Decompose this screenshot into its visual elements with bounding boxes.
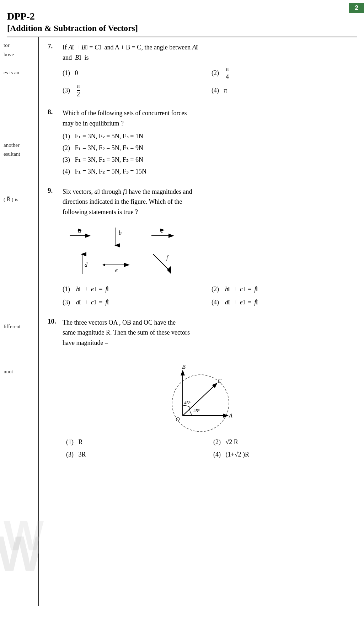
q7-opt4: (4) π (212, 83, 353, 98)
svg-text:W: W (0, 526, 39, 581)
svg-text:45°: 45° (193, 408, 200, 413)
page-header: DPP-2 [Addition & Subtraction of Vectors… (0, 0, 364, 37)
q9-options: (1) b⃗ + e⃗ = f⃗ (2) b⃗ + c⃗ = f⃗ (3) d⃗… (63, 284, 353, 308)
q7-opt3: (3) π 2 (63, 83, 204, 98)
q10-circle-diagram: A B C O 45° 45° (48, 352, 353, 433)
q10-text: The three vectors OA , OB and OC have th… (63, 318, 353, 348)
q10-options: (1) R (2) √2 R (3) 3R (4) (1+√2 )R (66, 437, 353, 460)
q8-opt3: (3) F₁ = 3N, F₂ = 5N, F₃ = 6N (63, 155, 353, 165)
q10-opt4: (4) (1+√2 )R (213, 449, 353, 460)
svg-line-15 (153, 254, 171, 272)
q10-diagram-svg: A B C O 45° 45° (154, 352, 247, 433)
q9-opt1: (1) b⃗ + e⃗ = f⃗ (63, 284, 204, 294)
subtitle: [Addition & Subtraction of Vectors] (7, 23, 357, 33)
q8-options: (1) F₁ = 3N, F₂ = 5N, F₃ = 1N (2) F₁ = 3… (63, 131, 353, 176)
svg-text:A: A (229, 412, 232, 418)
question-10: 10. The three vectors OA , OB and OC hav… (48, 318, 353, 460)
question-8: 8. Which of the following sets of concur… (48, 108, 353, 177)
q10-number: 10. (48, 318, 58, 325)
svg-text:f: f (166, 255, 169, 261)
q8-opt2: (2) F₁ = 3N, F₂ = 5N, F₃ = 9N (63, 143, 353, 153)
page-number: 2 (349, 3, 364, 13)
q9-opt4: (4) d⃗ + e⃗ = f⃗ (212, 297, 353, 308)
question-9: 9. Six vectors, a⃗ through f⃗ have the m… (48, 187, 353, 308)
left-sidebar: tor bove es is an another esultant ( R⃗ … (0, 37, 39, 606)
svg-text:b: b (119, 230, 122, 236)
main-content: 7. If A⃗ + B⃗ = C⃗ and A + B = C, the an… (39, 37, 364, 606)
svg-text:O: O (176, 416, 180, 422)
svg-text:B: B (182, 364, 186, 370)
q10-opt2: (2) √2 R (213, 437, 353, 447)
q7-opt2: (2) π 4 (212, 66, 353, 81)
q7-options: (1) 0 (2) π 4 (3) π 2 (63, 66, 353, 98)
main-title: DPP-2 (7, 11, 357, 22)
sidebar-watermark: W (0, 514, 39, 585)
content-area: tor bove es is an another esultant ( R⃗ … (0, 37, 364, 606)
q8-opt4: (4) F₁ = 3N, F₂ = 5N, F₃ = 15N (63, 166, 353, 177)
svg-marker-13 (102, 263, 105, 266)
question-7: 7. If A⃗ + B⃗ = C⃗ and A + B = C, the an… (48, 42, 353, 98)
q7-text: If A⃗ + B⃗ = C⃗ and A + B = C, the angle… (63, 42, 353, 63)
q8-number: 8. (48, 108, 58, 116)
svg-text:C: C (218, 378, 221, 384)
q7-opt1: (1) 0 (63, 66, 204, 81)
svg-text:c: c (161, 228, 163, 234)
q9-header: 9. Six vectors, a⃗ through f⃗ have the m… (48, 187, 353, 217)
svg-text:e: e (115, 267, 118, 273)
svg-text:45°: 45° (184, 400, 191, 405)
svg-text:d: d (85, 262, 88, 268)
svg-text:a: a (78, 228, 81, 234)
q9-vector-diagram: a b c d (63, 222, 353, 279)
q10-opt1: (1) R (66, 437, 206, 447)
vector-diagram-svg: a b c d (63, 222, 198, 279)
q7-header: 7. If A⃗ + B⃗ = C⃗ and A + B = C, the an… (48, 42, 353, 63)
q8-text: Which of the following sets of concurren… (63, 108, 353, 129)
q9-text: Six vectors, a⃗ through f⃗ have the magn… (63, 187, 353, 217)
q10-header: 10. The three vectors OA , OB and OC hav… (48, 318, 353, 348)
q7-number: 7. (48, 42, 58, 50)
q9-opt2: (2) b⃗ + c⃗ = f⃗ (212, 284, 353, 294)
q8-opt1: (1) F₁ = 3N, F₂ = 5N, F₃ = 1N (63, 131, 353, 142)
q9-opt3: (3) d⃗ + c⃗ = f⃗ (63, 297, 204, 308)
sidebar-notes: tor bove es is an another esultant ( R⃗ … (4, 41, 35, 377)
q10-opt3: (3) 3R (66, 449, 206, 460)
q9-number: 9. (48, 187, 58, 194)
q8-header: 8. Which of the following sets of concur… (48, 108, 353, 129)
